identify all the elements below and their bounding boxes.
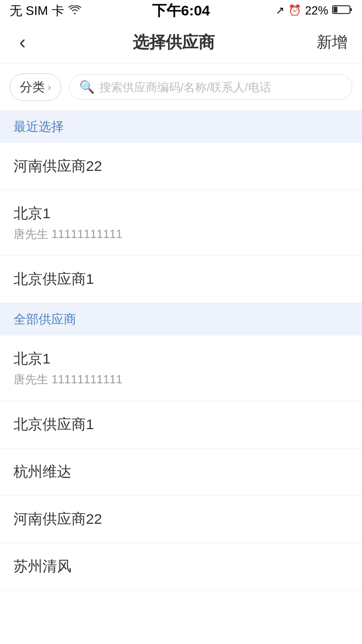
status-bar: 无 SIM 卡 下午6:04 ↗ ⏰ 22% bbox=[0, 0, 362, 21]
wifi-icon bbox=[68, 3, 82, 18]
list-item[interactable]: 北京1唐先生 11111111111 bbox=[0, 336, 362, 401]
category-button[interactable]: 分类 › bbox=[10, 73, 61, 101]
status-right: ↗ ⏰ 22% bbox=[276, 4, 352, 17]
list-item[interactable]: 北京供应商1 bbox=[0, 401, 362, 448]
back-button[interactable]: ‹ bbox=[14, 27, 30, 58]
all-section-label: 全部供应商 bbox=[14, 312, 76, 326]
svg-rect-2 bbox=[334, 7, 337, 13]
list-item-name: 杭州维达 bbox=[14, 462, 348, 482]
list-item[interactable]: 北京1唐先生 11111111111 bbox=[0, 190, 362, 256]
list-item-name: 河南供应商22 bbox=[14, 509, 348, 529]
all-section-header: 全部供应商 bbox=[0, 303, 362, 336]
status-time: 下午6:04 bbox=[152, 1, 210, 21]
alarm-icon: ⏰ bbox=[288, 4, 301, 17]
category-label: 分类 bbox=[20, 79, 45, 96]
recent-section-label: 最近选择 bbox=[14, 119, 64, 134]
list-item[interactable]: 杭州维达 bbox=[0, 448, 362, 496]
battery-icon bbox=[332, 4, 352, 17]
new-action-button[interactable]: 新增 bbox=[317, 32, 348, 53]
recent-section-header: 最近选择 bbox=[0, 111, 362, 143]
list-item-name: 北京1 bbox=[14, 204, 348, 224]
nav-bar: ‹ 选择供应商 新增 bbox=[0, 21, 362, 64]
list-item[interactable]: 河南供应商22 bbox=[0, 496, 362, 543]
list-item[interactable]: 河南供应商22 bbox=[0, 143, 362, 190]
list-item[interactable]: 苏州清风 bbox=[0, 543, 362, 590]
nav-title: 选择供应商 bbox=[133, 31, 215, 54]
list-item-name: 北京1 bbox=[14, 349, 348, 369]
list-item-sub: 唐先生 11111111111 bbox=[14, 226, 348, 242]
list-item[interactable]: 北京供应商1 bbox=[0, 256, 362, 303]
all-list: 北京1唐先生 11111111111北京供应商1杭州维达河南供应商22苏州清风 bbox=[0, 336, 362, 590]
filter-bar: 分类 › 🔍 bbox=[0, 64, 362, 111]
chevron-right-icon: › bbox=[48, 82, 51, 93]
list-item-name: 北京供应商1 bbox=[14, 415, 348, 434]
status-left: 无 SIM 卡 bbox=[10, 2, 82, 19]
list-item-name: 河南供应商22 bbox=[14, 156, 348, 176]
search-input[interactable] bbox=[99, 81, 342, 94]
battery-text: 22% bbox=[305, 4, 328, 17]
carrier-text: 无 SIM 卡 bbox=[10, 2, 64, 19]
svg-rect-1 bbox=[350, 8, 352, 11]
search-box: 🔍 bbox=[69, 74, 352, 100]
list-item-sub: 唐先生 11111111111 bbox=[14, 372, 348, 387]
recent-list: 河南供应商22北京1唐先生 11111111111北京供应商1 bbox=[0, 143, 362, 303]
list-item-name: 北京供应商1 bbox=[14, 269, 348, 289]
location-icon: ↗ bbox=[276, 4, 284, 17]
search-icon: 🔍 bbox=[79, 80, 95, 95]
list-item-name: 苏州清风 bbox=[14, 557, 348, 576]
